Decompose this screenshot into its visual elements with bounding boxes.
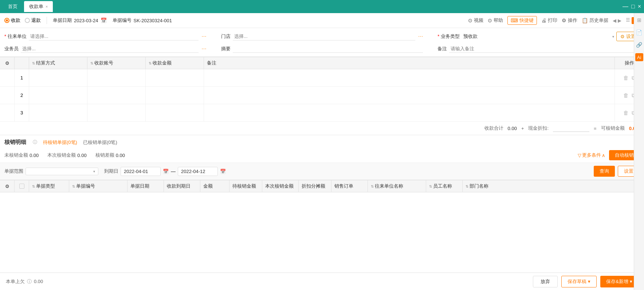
bth-type-sort-icon[interactable]: ⇅ [32,184,35,188]
td-settle-3[interactable] [29,104,87,121]
sidebar-doc-icon[interactable]: 📄 [635,28,643,36]
pending-tab-link[interactable]: 待核销单据(0笔) [43,139,77,146]
td-settle-2[interactable] [29,87,87,104]
range-chevron-icon: ▾ [93,169,95,173]
bth-dept-sort-icon[interactable]: ⇅ [466,184,468,188]
td-remark-1[interactable] [204,69,615,86]
window-close-icon[interactable]: × [638,3,641,10]
tab-active[interactable]: 收款单 × [24,1,53,12]
calendar-from-icon[interactable]: 📅 [163,169,169,174]
td-remark-2[interactable] [204,87,615,104]
radio-receive[interactable]: 收款 [4,17,20,24]
query-button[interactable]: 查询 [594,166,615,177]
operations-action[interactable]: ⚙ 操作 [562,17,577,24]
shop-input[interactable] [233,32,415,40]
th-amount: ⇅ 收款金额 [146,57,204,69]
staff-input[interactable] [21,45,199,53]
shop-field: 门店 ··· [221,32,423,40]
unchecked-value: 0.00 [30,153,39,158]
discount-input[interactable] [553,125,589,132]
sidebar-table-icon[interactable]: ⊞ [635,16,643,24]
bth-gear[interactable]: ⚙ [0,180,15,192]
save-draft-button[interactable]: 保存草稿 ▾ [561,276,597,287]
date-value[interactable]: 2023-03-24 [74,18,98,23]
summary-input[interactable] [233,45,423,53]
staff-field: 业务员 ··· [4,45,207,53]
bth-vendor-sort-icon[interactable]: ⇅ [371,184,374,188]
td-settle-1[interactable] [29,69,87,86]
window-maximize-icon[interactable]: □ [631,3,635,10]
td-idx-1: 1 [15,69,29,86]
biz-type-chevron-icon[interactable]: ▾ [612,35,614,39]
delete-icon-2[interactable]: 🗑 [623,92,629,98]
th-amount-sort-icon[interactable]: ⇅ [149,61,152,65]
help-action[interactable]: ⊙ 帮助 [488,17,503,24]
td-idx-2: 2 [15,87,29,104]
radio-refund[interactable]: 退款 [25,17,41,24]
vendor-input[interactable] [29,32,199,40]
tab-close-icon[interactable]: × [46,4,48,9]
video-action[interactable]: ⊙ 视频 [468,17,483,24]
tab-home[interactable]: 首页 [3,1,23,12]
number-value[interactable]: SK-20230324-001 [134,18,172,23]
list-view-icon[interactable]: ☰ [626,17,630,24]
radio-refund-circle [25,18,30,23]
th-idx [15,57,29,69]
th-remark-label: 备注 [207,60,216,66]
print-action[interactable]: 🖨 打印 [541,17,557,24]
range-select[interactable]: ▾ [25,168,98,175]
bth-checkbox[interactable] [15,180,29,192]
remark-input[interactable] [449,45,640,53]
window-minimize-icon[interactable]: — [623,3,628,10]
table-row: 2 🗑 ⧉ [0,87,644,104]
bth-date: 单据日期 [127,180,164,192]
calendar-icon[interactable]: 📅 [101,17,107,23]
sidebar-link-icon[interactable]: 🔗 [635,41,643,49]
header-checkbox[interactable] [19,184,24,189]
delete-icon-3[interactable]: 🗑 [623,110,629,116]
nav-arrows[interactable]: ◀ ▶ [613,18,621,23]
th-settle-sort-icon[interactable]: ⇅ [32,61,35,65]
remark-label: 备注 [437,46,447,52]
section-title: 核销明细 [4,139,26,146]
bth-no-sort-icon[interactable]: ⇅ [72,184,75,188]
td-account-1[interactable] [87,69,146,86]
td-amount-3[interactable] [146,104,204,121]
abandon-button[interactable]: 放弃 [533,276,558,287]
radio-group: 收款 退款 [4,17,41,24]
form-area: 往来单位 ··· 门店 ··· 业务类型 预收款 ▾ ⚙ 设置 [0,28,644,57]
staff-more-icon[interactable]: ··· [201,46,206,52]
prev-label: 本单上欠 [6,278,25,285]
th-gear[interactable]: ⚙ [0,57,15,69]
calendar-to-icon[interactable]: 📅 [220,169,226,174]
sidebar-ai-icon[interactable]: Ai [635,53,643,61]
plus-sign: + [521,126,524,131]
date-from-input[interactable] [121,167,161,176]
history-action[interactable]: 📋 历史单据 [582,17,608,24]
save-new-button[interactable]: 保存&新增 ▾ [600,276,638,287]
date-to-input[interactable] [178,167,218,176]
date-dash: — [171,169,176,174]
td-amount-1[interactable] [146,69,204,86]
biz-type-value[interactable]: 预收款 [462,32,610,41]
shortcut-label: 快捷键 [519,17,534,24]
discount-label: 现金折扣: [528,125,549,132]
bth-collect-date: 收款到期日 [164,180,200,192]
shop-more-icon[interactable]: ··· [418,33,423,40]
td-account-3[interactable] [87,104,146,121]
done-tab-link[interactable]: 已核销单据(0笔) [83,139,117,146]
bth-staff-sort-icon[interactable]: ⇅ [429,184,432,188]
bth-amount: 金额 [200,180,229,192]
more-conditions-button[interactable]: ▽ 更多条件 ∧ [578,152,605,158]
save-draft-chevron-icon: ▾ [588,279,590,284]
vendor-more-icon[interactable]: ··· [201,33,206,40]
section-info-icon[interactable]: ⓘ [33,139,37,145]
td-amount-2[interactable] [146,87,204,104]
shortcut-action[interactable]: ⌨ 快捷键 [507,16,537,25]
td-account-2[interactable] [87,87,146,104]
prev-info-icon[interactable]: ⓘ [27,278,32,285]
bth-vendor: ⇅ 往来单位名称 [368,180,426,192]
td-remark-3[interactable] [204,104,615,121]
delete-icon-1[interactable]: 🗑 [623,75,629,81]
th-account-sort-icon[interactable]: ⇅ [90,61,93,65]
